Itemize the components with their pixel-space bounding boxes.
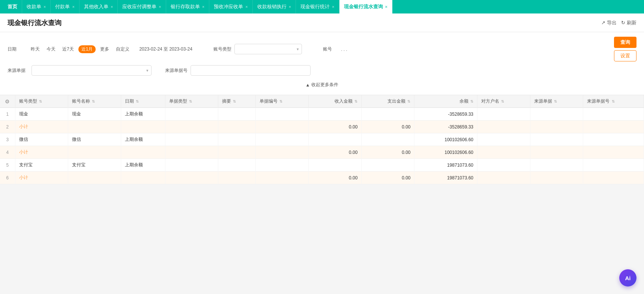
col-source-doc-no[interactable]: 来源单据号 ⇅ — [583, 95, 644, 108]
close-payment-icon[interactable]: × — [72, 4, 74, 9]
col-account-type[interactable]: 账号类型 ⇅ — [15, 95, 68, 108]
close-other-income-icon[interactable]: × — [111, 4, 113, 9]
cell-date-5 — [121, 172, 165, 184]
cell-source-doc-0 — [530, 108, 583, 121]
cell-counterpart-1 — [477, 121, 530, 133]
account-type-label: 账号类型 — [213, 46, 231, 52]
col-date[interactable]: 日期 ⇅ — [121, 95, 165, 108]
date-opt-recent7[interactable]: 近7天 — [60, 45, 76, 53]
date-opt-yesterday[interactable]: 昨天 — [29, 45, 42, 53]
row-num-5: 6 — [0, 172, 15, 184]
top-navigation: 首页 收款单 × 付款单 × 其他收入单 × 应收应付调整单 × 银行存取款单 … — [0, 0, 644, 13]
date-opt-recent1m[interactable]: 近1月 — [78, 45, 96, 53]
col-counterpart[interactable]: 对方户名 ⇅ — [477, 95, 530, 108]
table-row[interactable]: 4 小计 0.00 0.00 100102606.60 — [0, 146, 644, 159]
date-opt-today[interactable]: 今天 — [44, 45, 58, 53]
nav-item-cash-bank-stat[interactable]: 现金银行统计 × — [296, 0, 339, 13]
close-collection-exec-icon[interactable]: × — [289, 4, 291, 9]
cell-account-type-4: 支付宝 — [15, 159, 68, 172]
row-num-3: 4 — [0, 146, 15, 159]
source-doc-no-input[interactable] — [191, 65, 311, 76]
sort-expense-icon: ⇅ — [407, 99, 410, 103]
table-row[interactable]: 3 微信 微信 上期余额 100102606.60 — [0, 133, 644, 146]
date-opt-more[interactable]: 更多 — [98, 45, 111, 53]
cell-account-type-2: 微信 — [15, 133, 68, 146]
cell-doc-no-4 — [256, 159, 309, 172]
cell-income-2 — [309, 133, 362, 146]
close-ar-adjustment-icon[interactable]: × — [159, 4, 161, 9]
account-type-select-wrapper: 现金 微信 支付宝 — [234, 44, 302, 54]
cell-date-0: 上期余额 — [121, 108, 165, 121]
nav-item-home[interactable]: 首页 — [3, 0, 22, 13]
date-options: 昨天 今天 近7天 近1月 更多 自定义 — [29, 45, 132, 53]
refresh-icon: ↻ — [621, 20, 625, 25]
table-body: 1 现金 现金 上期余额 -3528659.33 2 小计 0.00 0.00 … — [0, 108, 644, 184]
nav-item-collection-exec[interactable]: 收款核销执行 × — [253, 0, 296, 13]
cell-source-doc-no-2 — [583, 133, 644, 146]
table-row[interactable]: 1 现金 现金 上期余额 -3528659.33 — [0, 108, 644, 121]
cell-summary-5 — [218, 172, 256, 184]
cell-balance-0: -3528659.33 — [414, 108, 477, 121]
close-receipt-icon[interactable]: × — [44, 4, 46, 9]
cell-account-name-3 — [68, 146, 121, 159]
filter-area: 日期 昨天 今天 近7天 近1月 更多 自定义 2023-02-24 至 202… — [0, 32, 644, 95]
cell-doc-type-1 — [165, 121, 218, 133]
cell-counterpart-4 — [477, 159, 530, 172]
sort-account-type-icon: ⇅ — [39, 99, 42, 103]
cell-expense-4 — [362, 159, 414, 172]
nav-item-payment[interactable]: 付款单 × — [51, 0, 79, 13]
refresh-button[interactable]: ↻ 刷新 — [621, 19, 636, 26]
settings-button[interactable]: 设置 — [614, 50, 636, 61]
cell-account-type-0: 现金 — [15, 108, 68, 121]
cell-account-name-1 — [68, 121, 121, 133]
nav-item-advance-offset[interactable]: 预收冲应收单 × — [209, 0, 252, 13]
cell-balance-5: 19871073.60 — [414, 172, 477, 184]
account-dots-button[interactable]: ... — [341, 46, 348, 52]
cell-account-type-3: 小计 — [15, 146, 68, 159]
cell-summary-4 — [218, 159, 256, 172]
col-source-doc[interactable]: 来源单据 ⇅ — [530, 95, 583, 108]
cell-source-doc-2 — [530, 133, 583, 146]
cell-date-2: 上期余额 — [121, 133, 165, 146]
cell-doc-type-0 — [165, 108, 218, 121]
nav-item-receipt[interactable]: 收款单 × — [22, 0, 51, 13]
table-row[interactable]: 6 小计 0.00 0.00 19871073.60 — [0, 172, 644, 184]
collapse-label: 收起更多条件 — [311, 82, 338, 88]
col-income[interactable]: 收入金额 ⇅ — [309, 95, 362, 108]
close-advance-offset-icon[interactable]: × — [245, 4, 248, 9]
col-balance[interactable]: 余额 ⇅ — [414, 95, 477, 108]
date-opt-custom[interactable]: 自定义 — [114, 45, 132, 53]
col-account-name[interactable]: 账号名称 ⇅ — [68, 95, 121, 108]
nav-item-bank-deposit[interactable]: 银行存取款单 × — [166, 0, 209, 13]
table-row[interactable]: 2 小计 0.00 0.00 -3528659.33 — [0, 121, 644, 133]
query-button[interactable]: 查询 — [614, 37, 636, 48]
cell-balance-2: 100102606.60 — [414, 133, 477, 146]
export-button[interactable]: ↗ 导出 — [601, 19, 617, 26]
table-settings-gear-icon[interactable]: ⚙ — [5, 98, 10, 104]
cell-income-5: 0.00 — [309, 172, 362, 184]
close-cash-bank-stat-icon[interactable]: × — [332, 4, 334, 9]
cell-source-doc-no-4 — [583, 159, 644, 172]
col-settings[interactable]: ⚙ — [0, 95, 15, 108]
col-summary[interactable]: 摘要 ⇅ — [218, 95, 256, 108]
nav-item-cash-bank-flow[interactable]: 现金银行流水查询 × — [339, 0, 392, 13]
nav-item-ar-adjustment[interactable]: 应收应付调整单 × — [118, 0, 166, 13]
table-row[interactable]: 5 支付宝 支付宝 上期余额 19871073.60 — [0, 159, 644, 172]
col-doc-no[interactable]: 单据编号 ⇅ — [256, 95, 309, 108]
col-expense[interactable]: 支出金额 ⇅ — [362, 95, 414, 108]
account-type-select[interactable]: 现金 微信 支付宝 — [234, 44, 302, 54]
close-bank-deposit-icon[interactable]: × — [202, 4, 204, 9]
cell-counterpart-0 — [477, 108, 530, 121]
collapse-bar[interactable]: ▲ 收起更多条件 — [8, 79, 636, 90]
date-filter-label: 日期 — [8, 46, 23, 52]
close-cash-bank-flow-icon[interactable]: × — [385, 4, 387, 9]
row-num-2: 3 — [0, 133, 15, 146]
cell-account-type-1: 小计 — [15, 121, 68, 133]
page-header: 现金银行流水查询 ↗ 导出 ↻ 刷新 — [0, 13, 644, 32]
nav-item-other-income[interactable]: 其他收入单 × — [80, 0, 118, 13]
col-doc-type[interactable]: 单据类型 ⇅ — [165, 95, 218, 108]
cell-counterpart-2 — [477, 133, 530, 146]
page-title: 现金银行流水查询 — [8, 18, 62, 27]
cell-balance-3: 100102606.60 — [414, 146, 477, 159]
source-doc-select[interactable] — [32, 65, 152, 76]
